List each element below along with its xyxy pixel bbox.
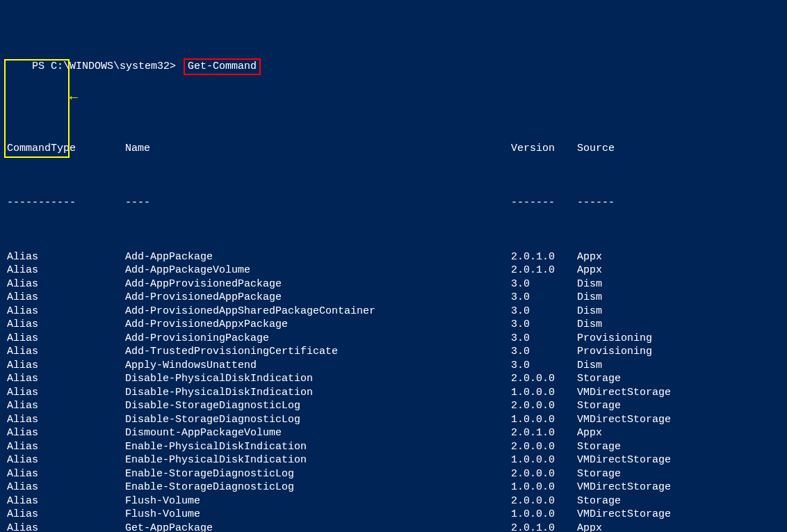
cell-name: Add-AppPackageVolume — [125, 264, 511, 277]
cell-commandtype: Alias — [7, 332, 125, 346]
ps-prompt: PS C:\WINDOWS\system32> — [32, 61, 176, 72]
prompt-line: PS C:\WINDOWS\system32> Get-Command — [7, 45, 780, 89]
header-source: Source — [577, 142, 780, 156]
cell-source: Storage — [577, 399, 780, 413]
cell-name: Add-ProvisioningPackage — [125, 332, 511, 346]
powershell-terminal[interactable]: PS C:\WINDOWS\system32> Get-Command Comm… — [0, 0, 787, 532]
cell-commandtype: Alias — [7, 522, 125, 533]
cell-commandtype: Alias — [7, 372, 125, 386]
table-row: AliasAdd-ProvisionedAppPackage3.0Dism — [7, 291, 780, 305]
cell-version: 1.0.0.0 — [511, 413, 577, 427]
cell-version: 2.0.1.0 — [511, 250, 577, 264]
cell-name: Disable-StorageDiagnosticLog — [125, 399, 511, 413]
cell-commandtype: Alias — [7, 481, 125, 494]
header-commandtype: CommandType — [7, 142, 125, 156]
cell-version: 2.0.0.0 — [511, 494, 577, 508]
cell-name: Get-AppPackage — [125, 522, 511, 533]
table-row: AliasAdd-ProvisioningPackage3.0Provision… — [7, 332, 780, 346]
table-row: AliasDisable-StorageDiagnosticLog1.0.0.0… — [7, 413, 780, 427]
table-row: AliasAdd-TrustedProvisioningCertificate3… — [7, 345, 780, 359]
cell-commandtype: Alias — [7, 318, 125, 332]
cell-version: 2.0.0.0 — [511, 467, 577, 481]
cell-version: 3.0 — [511, 305, 577, 319]
table-row: AliasDisable-PhysicalDiskIndication1.0.0… — [7, 386, 780, 400]
cell-name: Disable-PhysicalDiskIndication — [125, 386, 511, 400]
table-row: AliasFlush-Volume2.0.0.0Storage — [7, 494, 780, 508]
cell-source: Storage — [577, 494, 780, 508]
cell-source: Appx — [577, 522, 780, 533]
cell-source: Dism — [577, 318, 780, 332]
cell-commandtype: Alias — [7, 305, 125, 319]
cell-commandtype: Alias — [7, 264, 125, 277]
cell-name: Enable-StorageDiagnosticLog — [125, 467, 511, 481]
header-name: Name — [125, 142, 511, 156]
cell-source: VMDirectStorage — [577, 508, 780, 522]
command-highlight: Get-Command — [184, 58, 261, 75]
table-row: AliasFlush-Volume1.0.0.0VMDirectStorage — [7, 508, 780, 522]
cell-version: 1.0.0.0 — [511, 508, 577, 522]
cell-version: 2.0.1.0 — [511, 522, 577, 533]
table-row: AliasGet-AppPackage2.0.1.0Appx — [7, 522, 780, 533]
table-row: AliasEnable-PhysicalDiskIndication2.0.0.… — [7, 440, 780, 454]
cell-source: Dism — [577, 359, 780, 373]
table-header-row: CommandType Name Version Source — [7, 142, 780, 156]
table-row: AliasDisable-StorageDiagnosticLog2.0.0.0… — [7, 399, 780, 413]
cell-version: 2.0.1.0 — [511, 264, 577, 277]
cell-source: Storage — [577, 372, 780, 386]
cell-commandtype: Alias — [7, 359, 125, 373]
cell-commandtype: Alias — [7, 277, 125, 291]
table-row: AliasDismount-AppPackageVolume2.0.1.0App… — [7, 426, 780, 440]
cell-name: Flush-Volume — [125, 494, 511, 508]
table-row: AliasEnable-StorageDiagnosticLog2.0.0.0S… — [7, 467, 780, 481]
cell-version: 3.0 — [511, 345, 577, 359]
cell-source: Appx — [577, 264, 780, 277]
cell-name: Disable-PhysicalDiskIndication — [125, 372, 511, 386]
cell-source: Appx — [577, 426, 780, 440]
cell-name: Enable-StorageDiagnosticLog — [125, 481, 511, 494]
cell-commandtype: Alias — [7, 453, 125, 467]
table-row: AliasEnable-PhysicalDiskIndication1.0.0.… — [7, 453, 780, 467]
cell-version: 2.0.1.0 — [511, 426, 577, 440]
table-row: AliasDisable-PhysicalDiskIndication2.0.0… — [7, 372, 780, 386]
cell-version: 3.0 — [511, 277, 577, 291]
cell-name: Apply-WindowsUnattend — [125, 359, 511, 373]
cell-name: Flush-Volume — [125, 508, 511, 522]
cell-commandtype: Alias — [7, 426, 125, 440]
cell-source: Storage — [577, 440, 780, 454]
cell-name: Add-AppPackage — [125, 250, 511, 264]
cell-version: 1.0.0.0 — [511, 481, 577, 494]
table-row: AliasAdd-AppPackage2.0.1.0Appx — [7, 250, 780, 264]
cell-source: Dism — [577, 291, 780, 305]
cell-name: Add-AppProvisionedPackage — [125, 277, 511, 291]
table-row: AliasAdd-AppPackageVolume2.0.1.0Appx — [7, 264, 780, 277]
table-row: AliasAdd-ProvisionedAppSharedPackageCont… — [7, 305, 780, 319]
cell-source: Dism — [577, 305, 780, 319]
cell-commandtype: Alias — [7, 345, 125, 359]
table-row: AliasEnable-StorageDiagnosticLog1.0.0.0V… — [7, 481, 780, 494]
cell-version: 1.0.0.0 — [511, 453, 577, 467]
cell-name: Dismount-AppPackageVolume — [125, 426, 511, 440]
cell-commandtype: Alias — [7, 508, 125, 522]
underline-version: ------- — [511, 196, 577, 210]
table-row: AliasAdd-ProvisionedAppxPackage3.0Dism — [7, 318, 780, 332]
underline-name: ---- — [125, 196, 511, 210]
cell-name: Enable-PhysicalDiskIndication — [125, 440, 511, 454]
cell-name: Enable-PhysicalDiskIndication — [125, 453, 511, 467]
cell-source: VMDirectStorage — [577, 386, 780, 400]
cell-version: 2.0.0.0 — [511, 440, 577, 454]
cell-name: Add-ProvisionedAppxPackage — [125, 318, 511, 332]
cell-version: 3.0 — [511, 291, 577, 305]
cell-name: Add-ProvisionedAppPackage — [125, 291, 511, 305]
cell-commandtype: Alias — [7, 494, 125, 508]
cell-source: Appx — [577, 250, 780, 264]
cell-commandtype: Alias — [7, 413, 125, 427]
cell-commandtype: Alias — [7, 386, 125, 400]
arrow-annotation-icon: ← — [70, 89, 78, 107]
cell-source: Storage — [577, 467, 780, 481]
table-underline-row: ----------- ---- ------- ------ — [7, 196, 780, 210]
cell-source: Provisioning — [577, 345, 780, 359]
cell-name: Add-ProvisionedAppSharedPackageContainer — [125, 305, 511, 319]
cell-source: Provisioning — [577, 332, 780, 346]
table-row: AliasApply-WindowsUnattend3.0Dism — [7, 359, 780, 373]
table-body: AliasAdd-AppPackage2.0.1.0AppxAliasAdd-A… — [7, 250, 780, 533]
